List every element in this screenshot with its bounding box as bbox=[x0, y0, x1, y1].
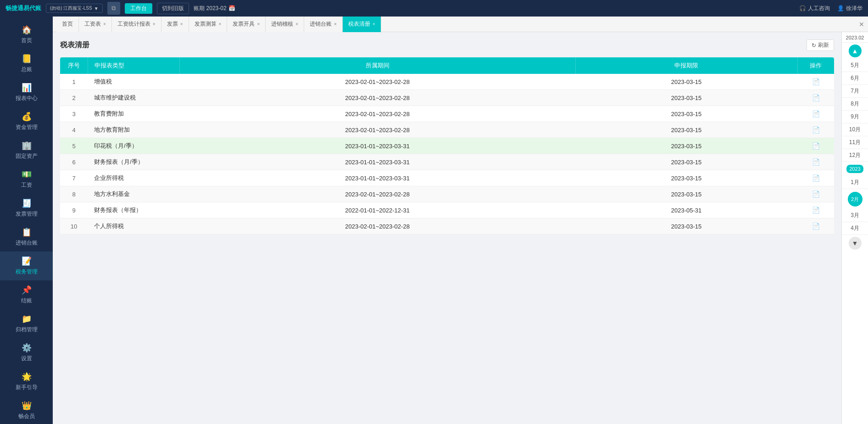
action-view-icon[interactable]: 📄 bbox=[812, 126, 820, 134]
sidebar-item-archive[interactable]: 📁 归档管理 bbox=[0, 309, 53, 338]
calendar-icon[interactable]: 📅 bbox=[228, 5, 235, 11]
tab-invoice-open[interactable]: 发票开具 × bbox=[227, 17, 266, 32]
cell-period: 2023-01-01~2023-03-31 bbox=[179, 170, 575, 186]
invoice-icon: 🧾 bbox=[22, 198, 32, 208]
sidebar-item-invoice[interactable]: 🧾 发票管理 bbox=[0, 194, 53, 223]
salary-icon: 💵 bbox=[22, 169, 32, 179]
username: 徐泽华 bbox=[846, 5, 862, 12]
timeline-month-5[interactable]: 5月 bbox=[842, 59, 868, 72]
tab-purchase-check-close[interactable]: × bbox=[295, 22, 298, 27]
timeline-month-3[interactable]: 3月 bbox=[842, 209, 868, 222]
tab-salary-stat[interactable]: 工资统计报表 × bbox=[112, 17, 161, 32]
action-view-icon[interactable]: 📄 bbox=[812, 190, 820, 198]
user-menu[interactable]: 👤 徐泽华 bbox=[837, 5, 862, 12]
tab-invoice-close[interactable]: × bbox=[180, 22, 183, 27]
tab-purchase-ledger[interactable]: 进销台账 × bbox=[304, 17, 343, 32]
tab-invoice-verify[interactable]: 发票测算 × bbox=[189, 17, 228, 32]
main-content: 首页 工资表 × 工资统计报表 × 发票 × 发票测算 × 发票开具 × bbox=[53, 17, 868, 424]
sidebar-item-home[interactable]: 🏠 首页 bbox=[0, 20, 53, 49]
action-view-icon[interactable]: 📄 bbox=[812, 110, 820, 117]
close-all-tabs[interactable]: ✕ bbox=[859, 21, 864, 28]
fund-icon: 💰 bbox=[22, 112, 32, 122]
timeline-month-9[interactable]: 9月 bbox=[842, 111, 868, 123]
sidebar-item-tax[interactable]: 📝 税务管理 bbox=[0, 251, 53, 280]
cell-type: 企业所得税 bbox=[88, 170, 179, 186]
tab-salary-stat-close[interactable]: × bbox=[153, 22, 156, 27]
timeline-up-btn[interactable]: ▲ bbox=[849, 45, 862, 57]
cell-action[interactable]: 📄 bbox=[797, 218, 834, 234]
sidebar-item-ledger[interactable]: 📒 总账 bbox=[0, 49, 53, 78]
table-row: 10个人所得税2023-02-01~2023-02-282023-03-15📄 bbox=[60, 218, 834, 234]
timeline-month-7[interactable]: 7月 bbox=[842, 85, 868, 98]
company-extra-btn[interactable]: ⧉ bbox=[107, 2, 120, 15]
sidebar-item-purchase[interactable]: 📋 进销台账 bbox=[0, 223, 53, 251]
cell-action[interactable]: 📄 bbox=[797, 202, 834, 218]
archive-icon: 📁 bbox=[22, 314, 32, 324]
timeline-month-8[interactable]: 8月 bbox=[842, 98, 868, 111]
tab-purchase-check[interactable]: 进销稽核 × bbox=[266, 17, 304, 32]
tab-tax-list[interactable]: 税表清册 × bbox=[343, 17, 381, 32]
action-view-icon[interactable]: 📄 bbox=[812, 142, 820, 150]
period-value: 2023-02 bbox=[206, 5, 227, 11]
switch-old-button[interactable]: 切到旧版 bbox=[157, 3, 189, 14]
col-deadline: 申报期限 bbox=[575, 57, 797, 74]
page-header: 税表清册 ↻ 刷新 bbox=[60, 39, 834, 51]
tab-home[interactable]: 首页 bbox=[56, 17, 79, 32]
sidebar: 🏠 首页 📒 总账 📊 报表中心 💰 资金管理 🏢 固定资产 💵 工资 🧾 发票… bbox=[0, 17, 53, 424]
sidebar-item-salary-label: 工资 bbox=[21, 181, 32, 189]
table-row: 8地方水利基金2023-02-01~2023-02-282023-03-15📄 bbox=[60, 186, 834, 202]
cell-action[interactable]: 📄 bbox=[797, 106, 834, 122]
tab-invoice-open-close[interactable]: × bbox=[257, 22, 260, 27]
timeline-month-6[interactable]: 6月 bbox=[842, 72, 868, 85]
cell-action[interactable]: 📄 bbox=[797, 138, 834, 154]
cell-deadline: 2023-05-31 bbox=[575, 202, 797, 218]
sidebar-item-settle[interactable]: 📌 结账 bbox=[0, 280, 53, 309]
col-type: 申报表类型 bbox=[88, 57, 179, 74]
timeline-month-12[interactable]: 12月 bbox=[842, 149, 868, 162]
tab-salary-close[interactable]: × bbox=[103, 22, 106, 27]
cell-action[interactable]: 📄 bbox=[797, 154, 834, 170]
timeline-month-2-active[interactable]: 2月 bbox=[848, 192, 862, 206]
cell-period: 2023-02-01~2023-02-28 bbox=[179, 74, 575, 90]
tab-purchase-ledger-close[interactable]: × bbox=[334, 22, 337, 27]
action-view-icon[interactable]: 📄 bbox=[812, 174, 820, 182]
sidebar-item-fixed[interactable]: 🏢 固定资产 bbox=[0, 136, 53, 165]
action-view-icon[interactable]: 📄 bbox=[812, 223, 820, 230]
tab-invoice-verify-close[interactable]: × bbox=[219, 22, 222, 27]
tab-salary[interactable]: 工资表 × bbox=[79, 17, 112, 32]
cell-no: 6 bbox=[60, 154, 88, 170]
timeline-month-11[interactable]: 11月 bbox=[842, 136, 868, 149]
sidebar-item-salary[interactable]: 💵 工资 bbox=[0, 165, 53, 194]
year-2023-badge[interactable]: 2023 bbox=[846, 165, 863, 173]
sidebar-item-report-label: 报表中心 bbox=[16, 95, 38, 102]
tab-tax-list-close[interactable]: × bbox=[373, 22, 375, 27]
cell-deadline: 2023-03-15 bbox=[575, 218, 797, 234]
timeline-down-btn[interactable]: ▼ bbox=[849, 237, 862, 250]
cell-type: 地方水利基金 bbox=[88, 186, 179, 202]
timeline-month-10[interactable]: 10月 bbox=[842, 123, 868, 136]
action-view-icon[interactable]: 📄 bbox=[812, 94, 820, 101]
company-selector[interactable]: (勿动) 江西服宝-LSS ▼ bbox=[46, 4, 103, 13]
cell-action[interactable]: 📄 bbox=[797, 74, 834, 90]
timeline-month-4[interactable]: 4月 bbox=[842, 222, 868, 235]
cell-action[interactable]: 📄 bbox=[797, 90, 834, 106]
sidebar-item-member[interactable]: 👑 畅会员 bbox=[0, 396, 53, 424]
timeline-month-1[interactable]: 1月 bbox=[842, 176, 868, 189]
sidebar-item-report[interactable]: 📊 报表中心 bbox=[0, 78, 53, 107]
sidebar-item-fund[interactable]: 💰 资金管理 bbox=[0, 107, 53, 136]
action-view-icon[interactable]: 📄 bbox=[812, 206, 820, 214]
sidebar-item-settings[interactable]: ⚙️ 设置 bbox=[0, 338, 53, 367]
tab-invoice[interactable]: 发票 × bbox=[161, 17, 189, 32]
ai-consult-btn[interactable]: 🎧 人工咨询 bbox=[799, 5, 830, 12]
app-logo: 畅捷通易代账 bbox=[6, 4, 41, 12]
action-view-icon[interactable]: 📄 bbox=[812, 78, 820, 85]
cell-action[interactable]: 📄 bbox=[797, 186, 834, 202]
workbench-button[interactable]: 工作台 bbox=[125, 3, 152, 14]
cell-deadline: 2023-03-15 bbox=[575, 138, 797, 154]
action-view-icon[interactable]: 📄 bbox=[812, 158, 820, 166]
refresh-button[interactable]: ↻ 刷新 bbox=[807, 39, 834, 51]
cell-no: 3 bbox=[60, 106, 88, 122]
cell-action[interactable]: 📄 bbox=[797, 170, 834, 186]
cell-action[interactable]: 📄 bbox=[797, 122, 834, 138]
sidebar-item-guide[interactable]: 🌟 新手引导 bbox=[0, 367, 53, 396]
